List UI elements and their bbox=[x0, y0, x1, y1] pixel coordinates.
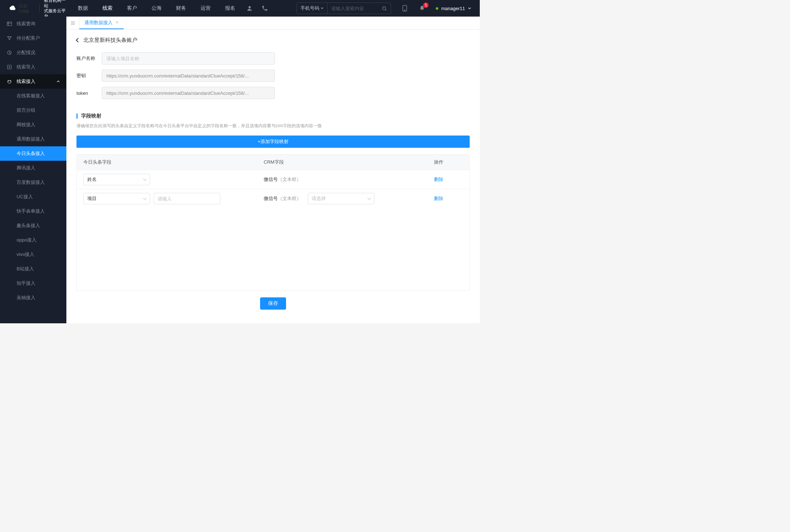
content: 北京昱新科技头条账户 账户名称 密钥 token 字段映射 请确保您在此填写的头… bbox=[66, 30, 480, 323]
label-key: 密钥 bbox=[76, 72, 102, 79]
sidebar-label: UC接入 bbox=[17, 194, 33, 200]
plug-icon bbox=[6, 79, 12, 84]
sidebar-label: 网校接入 bbox=[17, 121, 35, 128]
import-icon bbox=[6, 64, 12, 70]
notification-icon[interactable]: 5 bbox=[418, 5, 426, 12]
sidebar-label: oppo接入 bbox=[17, 237, 36, 243]
pie-icon bbox=[6, 50, 12, 56]
nav-data[interactable]: 数据 bbox=[77, 5, 89, 12]
sidebar: 线索查询 待分配客户 分配情况 线索导入 线索接入 在线客服接入 留言分组 网校… bbox=[0, 17, 66, 323]
sidebar-item-clue-access[interactable]: 线索接入 bbox=[0, 74, 66, 89]
field-select[interactable]: 项目 bbox=[83, 193, 150, 204]
sidebar-label: 知乎接入 bbox=[17, 280, 35, 287]
sidebar-sub-qutoutiao[interactable]: 趣头条接入 bbox=[0, 218, 66, 233]
sidebar-label: 留言分组 bbox=[17, 107, 35, 114]
list-icon bbox=[6, 21, 12, 27]
input-key[interactable] bbox=[102, 70, 275, 82]
input-account-name[interactable] bbox=[102, 52, 275, 65]
sidebar-label: 快手表单接入 bbox=[17, 208, 45, 214]
sidebar-label: 通用数据接入 bbox=[17, 136, 45, 142]
sidebar-sub-kuaishou[interactable]: 快手表单接入 bbox=[0, 204, 66, 218]
label-token: token bbox=[76, 90, 102, 96]
help-text: 请确保您在此填写的头条自定义字段名称与在今日头条平台中自定义的字段名称一致，并且… bbox=[76, 123, 470, 129]
label-account-name: 账户名称 bbox=[76, 55, 102, 62]
sidebar-sub-toutiao[interactable]: 今日头条接入 bbox=[0, 146, 66, 161]
col-toutiao: 今日头条字段 bbox=[83, 159, 264, 165]
logo-sub1: 教育机构一站 bbox=[44, 0, 66, 8]
sidebar-item-pending-customers[interactable]: 待分配客户 bbox=[0, 31, 66, 45]
sidebar-sub-uc[interactable]: UC接入 bbox=[0, 190, 66, 204]
table-row: 项目 微信号（文本框） 请选择 删除 bbox=[77, 189, 469, 208]
back-icon bbox=[76, 38, 80, 43]
nav-finance[interactable]: 财务 bbox=[175, 5, 187, 12]
chevron-down-icon bbox=[368, 196, 371, 200]
logo-divider bbox=[39, 4, 40, 12]
sidebar-item-clue-query[interactable]: 线索查询 bbox=[0, 17, 66, 31]
nav-sea[interactable]: 公海 bbox=[151, 5, 162, 12]
sidebar-sub-meiyou[interactable]: 美柚接入 bbox=[0, 291, 66, 305]
input-token[interactable] bbox=[102, 87, 275, 99]
sidebar-label: 百度数据接入 bbox=[17, 179, 45, 186]
delete-link[interactable]: 删除 bbox=[434, 196, 443, 201]
sidebar-label: B站接入 bbox=[17, 266, 34, 272]
sidebar-label: 今日头条接入 bbox=[17, 150, 45, 157]
phone-icon[interactable] bbox=[261, 5, 268, 12]
crm-field: 微信号 bbox=[264, 177, 278, 182]
sidebar-item-distribution[interactable]: 分配情况 bbox=[0, 45, 66, 60]
main: 通用数据接入 ✕ 北京昱新科技头条账户 账户名称 密钥 token bbox=[66, 17, 480, 323]
tab-menu-button[interactable] bbox=[66, 17, 79, 29]
section-bar bbox=[76, 114, 78, 119]
search-button[interactable] bbox=[378, 6, 391, 11]
nav-clue[interactable]: 线索 bbox=[102, 5, 113, 12]
logo[interactable]: 云朵CRM 教育机构一站 式服务云平台 bbox=[0, 0, 66, 19]
notification-badge: 5 bbox=[423, 3, 429, 8]
sidebar-sub-school[interactable]: 网校接入 bbox=[0, 118, 66, 132]
chevron-down-icon bbox=[321, 7, 324, 10]
sidebar-label: 线索导入 bbox=[17, 64, 35, 70]
save-button[interactable]: 保存 bbox=[260, 297, 286, 310]
search-box: 手机号码 bbox=[297, 3, 391, 14]
tab-close-icon[interactable]: ✕ bbox=[115, 20, 119, 25]
field-input[interactable] bbox=[154, 193, 220, 204]
sidebar-sub-bilibili[interactable]: B站接入 bbox=[0, 262, 66, 276]
nav-ops[interactable]: 运营 bbox=[200, 5, 211, 12]
user-add-icon[interactable] bbox=[246, 5, 253, 12]
chevron-down-icon bbox=[143, 196, 147, 200]
select-value: 项目 bbox=[87, 195, 97, 202]
mobile-icon[interactable] bbox=[401, 5, 408, 12]
sidebar-sub-message-group[interactable]: 留言分组 bbox=[0, 103, 66, 118]
svg-point-2 bbox=[383, 6, 386, 10]
user-menu[interactable]: manager11 bbox=[436, 6, 471, 11]
delete-link[interactable]: 删除 bbox=[434, 177, 443, 182]
sidebar-sub-general-data[interactable]: 通用数据接入 bbox=[0, 132, 66, 146]
sidebar-sub-online-service[interactable]: 在线客服接入 bbox=[0, 89, 66, 103]
page-title: 北京昱新科技头条账户 bbox=[83, 37, 137, 44]
sidebar-sub-oppo[interactable]: oppo接入 bbox=[0, 233, 66, 247]
crm-sub: （文本框） bbox=[278, 196, 301, 201]
search-type-select[interactable]: 手机号码 bbox=[297, 3, 328, 14]
sidebar-sub-tencent[interactable]: 腾讯接入 bbox=[0, 161, 66, 175]
search-type-label: 手机号码 bbox=[300, 5, 319, 12]
nav-enroll[interactable]: 报名 bbox=[224, 5, 236, 12]
sidebar-item-clue-import[interactable]: 线索导入 bbox=[0, 60, 66, 74]
add-mapping-button[interactable]: +添加字段映射 bbox=[76, 136, 470, 148]
sidebar-label: 腾讯接入 bbox=[17, 165, 35, 171]
col-actions: 操作 bbox=[434, 159, 463, 165]
sidebar-sub-vivo[interactable]: vivo接入 bbox=[0, 247, 66, 262]
search-input[interactable] bbox=[328, 6, 378, 11]
sidebar-label: 线索查询 bbox=[17, 21, 35, 27]
tabs-bar: 通用数据接入 ✕ bbox=[66, 17, 480, 30]
svg-rect-5 bbox=[7, 22, 12, 26]
nav-customer[interactable]: 客户 bbox=[126, 5, 138, 12]
sidebar-sub-zhihu[interactable]: 知乎接入 bbox=[0, 276, 66, 291]
table-row: 姓名 微信号（文本框） 删除 bbox=[77, 170, 469, 189]
svg-point-4 bbox=[404, 10, 405, 11]
sidebar-label: 在线客服接入 bbox=[17, 93, 45, 99]
back-breadcrumb[interactable]: 北京昱新科技头条账户 bbox=[76, 37, 470, 44]
field-select[interactable]: 姓名 bbox=[83, 174, 150, 185]
username: manager11 bbox=[441, 6, 465, 11]
tab-general-data[interactable]: 通用数据接入 ✕ bbox=[79, 17, 124, 29]
sidebar-sub-baidu[interactable]: 百度数据接入 bbox=[0, 175, 66, 190]
crm-select[interactable]: 请选择 bbox=[308, 193, 374, 204]
chevron-down-icon bbox=[143, 177, 147, 181]
